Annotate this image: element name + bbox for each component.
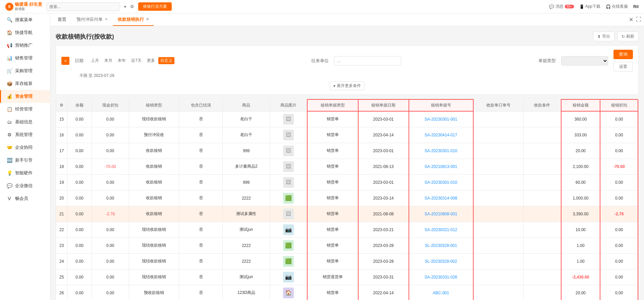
cell-type: 现结收款核销: [129, 111, 179, 127]
sidebar-item-operation[interactable]: 📋 经营管理: [0, 103, 50, 116]
sidebar-item-inventory[interactable]: 📦 库存核算: [0, 77, 50, 90]
sidebar-icon-member: V: [6, 196, 12, 201]
tab-home[interactable]: 首页: [53, 13, 71, 26]
date-btn-this-year[interactable]: 本年: [116, 57, 128, 64]
tab-prepay[interactable]: 预付冲应付单 ✕: [72, 13, 112, 26]
notification-label: 消息: [555, 4, 564, 9]
refresh-btn[interactable]: ↻ 刷新: [617, 32, 639, 41]
setting-btn[interactable]: 设置: [613, 62, 633, 72]
cell-amount: 1.00: [561, 238, 600, 253]
cell-discount: 0.00: [600, 143, 638, 159]
cell-bill-no[interactable]: SA-20230301-010: [409, 174, 473, 190]
date-btn-7days[interactable]: 近7天: [129, 57, 144, 64]
cell-bill-type: 销货单: [307, 111, 358, 127]
sidebar-item-marketing[interactable]: 📢 营销推广: [0, 39, 50, 52]
sidebar-item-member[interactable]: V 畅会员: [0, 192, 50, 205]
sidebar-icon-system: ⚙: [6, 132, 12, 137]
cell-balance: 0.00: [67, 269, 92, 285]
cell-product: 老白干: [223, 111, 270, 127]
app-download[interactable]: 📱 App下载: [579, 4, 600, 9]
tab-collection-close[interactable]: ✕: [146, 17, 149, 22]
cell-product-img: 🖼: [270, 127, 308, 143]
cell-cash-discount: 0.00: [92, 143, 129, 159]
headset-icon: 🎧: [606, 4, 611, 9]
sidebar-label-member: 畅会员: [15, 196, 28, 202]
cell-bill-no[interactable]: SA-20230414-017: [409, 127, 473, 143]
filter-arrow-btn[interactable]: »: [61, 57, 69, 65]
expand-filter-btn[interactable]: ▾ 展开更多条件: [330, 81, 365, 90]
sidebar-item-wechat[interactable]: 💬 企业微信: [0, 179, 50, 192]
notification-badge: 99+: [565, 5, 574, 8]
date-btn-more[interactable]: 更多: [145, 57, 157, 64]
cell-bill-no[interactable]: SA-20210808-001: [409, 206, 473, 222]
cell-type: 收款核销: [129, 174, 179, 190]
cell-included: 否: [179, 127, 223, 143]
cell-bill-date: 2023-03-01: [358, 143, 409, 159]
cell-bill-no[interactable]: SA-20210813-001: [409, 159, 473, 174]
maximize-icon[interactable]: ⛶: [636, 16, 641, 23]
sidebar-item-sales[interactable]: 📊 销售管理: [0, 52, 50, 65]
cell-included: 否: [179, 222, 223, 238]
sidebar-item-guide[interactable]: 🆕 新手引导: [0, 154, 50, 167]
cell-order-no: [473, 285, 524, 300]
cell-product-img: 🟩: [270, 253, 308, 269]
industry-btn[interactable]: 体验行业方案: [138, 2, 172, 11]
table-row: 19 0.00 0.00 收款核销 否 999 🖼 销货单 2023-03-01…: [56, 174, 638, 190]
cell-included: 否: [179, 143, 223, 159]
cell-bill-no[interactable]: SA-20230314-008: [409, 190, 473, 206]
close-window-icon[interactable]: ✕: [629, 16, 633, 23]
cell-type: 预付冲应收: [129, 127, 179, 143]
cell-bill-no[interactable]: SA-20230301-001: [409, 111, 473, 127]
tab-collection[interactable]: 收款核销执行 ✕: [113, 13, 154, 26]
cell-bill-no[interactable]: SL-20230328-002: [409, 253, 473, 269]
cell-product-img: 🟩: [270, 190, 308, 206]
date-btn-last-month[interactable]: 上月: [89, 57, 101, 64]
cell-bill-no[interactable]: SA-20230301-010: [409, 143, 473, 159]
sidebar-item-enterprise[interactable]: 🤝 企业协同: [0, 141, 50, 154]
dropdown-toggle[interactable]: ▾: [124, 4, 126, 9]
partner-input[interactable]: [334, 56, 401, 66]
cell-bill-no[interactable]: SA-20230331-026: [409, 269, 473, 285]
query-btn[interactable]: 查询: [613, 50, 633, 59]
table-row: 16 0.00 0.00 预付冲应收 否 老白干 🖼 销货单 2023-04-1…: [56, 127, 638, 143]
cell-discount: 0.00: [600, 269, 638, 285]
page-header: 收款核销执行(按收款) ⬆ 导出 ↻ 刷新: [56, 32, 639, 41]
bill-no-link: SA-20230301-010: [425, 180, 457, 185]
date-range-display: 不限 至 2023-07-26: [79, 73, 633, 79]
cell-product: 测试jun: [223, 269, 270, 285]
cell-bill-no[interactable]: ABC-001: [409, 285, 473, 300]
sidebar-item-hardware[interactable]: 💡 智能硬件: [0, 167, 50, 179]
bill-no-link: SA-20230301-010: [425, 148, 457, 153]
sidebar-item-search[interactable]: 🔍 搜索菜单: [0, 13, 50, 26]
export-btn[interactable]: ⬆ 导出: [593, 32, 614, 41]
sidebar-item-basic[interactable]: 🗂 基础信息: [0, 116, 50, 128]
date-btn-custom[interactable]: 自定义: [158, 57, 174, 64]
cell-product: 999: [223, 174, 270, 190]
cell-included: 否: [179, 111, 223, 127]
top-search-input[interactable]: [46, 2, 120, 11]
th-gear[interactable]: ⚙: [56, 99, 67, 111]
cell-balance: 0.00: [67, 238, 92, 253]
tab-prepay-close[interactable]: ✕: [105, 17, 108, 22]
cell-cash-discount: 0.00: [92, 174, 129, 190]
cell-bill-type: 销货单: [307, 206, 358, 222]
cell-bill-type: 销货单: [307, 238, 358, 253]
cell-bill-no[interactable]: SA-20230321-012: [409, 222, 473, 238]
notification-area[interactable]: 💬 消息 99+: [549, 4, 574, 9]
sidebar-item-nav[interactable]: 🏠 快捷导航: [0, 26, 50, 39]
sidebar-item-purchase[interactable]: 🛒 采购管理: [0, 65, 50, 77]
th-bill-no: 核销单据号: [409, 99, 473, 111]
gear-icon[interactable]: ⚙: [130, 4, 134, 9]
sidebar-item-system[interactable]: ⚙ 系统管理: [0, 128, 50, 141]
online-service[interactable]: 🎧 在线客服: [606, 4, 628, 9]
date-btn-this-month[interactable]: 本月: [102, 57, 114, 64]
sidebar-label-system: 系统管理: [15, 132, 33, 138]
cell-cash-discount: 0.00: [92, 238, 129, 253]
user-name[interactable]: Rit: [633, 4, 639, 9]
cell-bill-no[interactable]: SL-20230328-001: [409, 238, 473, 253]
bill-type-select[interactable]: [561, 56, 608, 66]
cell-amount: 333.00: [561, 127, 600, 143]
cell-payment-cond: [524, 206, 561, 222]
cell-cash-discount: 0.00: [92, 222, 129, 238]
sidebar-item-finance[interactable]: 💰 资金管理: [0, 90, 50, 103]
